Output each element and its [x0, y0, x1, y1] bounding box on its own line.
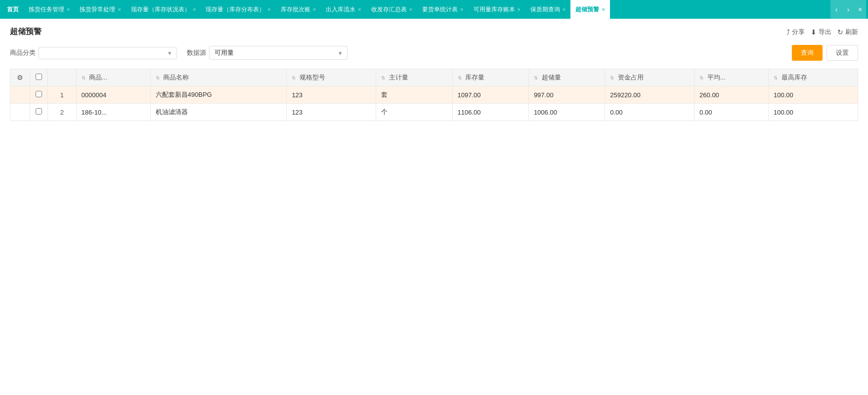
nav-tab-quality[interactable]: 保质期查询 × [525, 0, 570, 19]
row-product-code: 186-10... [76, 104, 150, 121]
page-header: 超储预警 ⤴ 分享 ⬇ 导出 ↻ 刷新 [10, 27, 858, 37]
column-unit[interactable]: ⇅ 主计量 [376, 69, 452, 86]
row-max-stock: 100.00 [769, 104, 858, 121]
page-content: 超储预警 ⤴ 分享 ⬇ 导出 ↻ 刷新 商品分类 ▾ 数据源 [0, 19, 868, 395]
nav-tab-inout-flow-label: 出入库流水 [326, 5, 355, 14]
sort-icon: ⇅ [156, 75, 160, 80]
row-overstock-qty: 1006.00 [528, 104, 605, 121]
nav-tab-home[interactable]: 首页 [2, 0, 24, 19]
close-icon[interactable]: × [118, 6, 121, 12]
row-settings-cell [10, 86, 30, 104]
close-icon[interactable]: × [460, 6, 463, 12]
column-spec[interactable]: ⇅ 规格型号 [287, 69, 376, 86]
chevron-down-icon: ▾ [339, 49, 342, 57]
refresh-button[interactable]: ↻ 刷新 [837, 28, 858, 37]
table-header: ⚙ ⇅ 商品... ⇅ 商品名称 ⇅ 规格型号 [10, 69, 858, 86]
gear-icon[interactable]: ⚙ [17, 74, 23, 81]
nav-next-button[interactable]: › [842, 0, 854, 19]
row-avg: 0.00 [694, 104, 769, 121]
column-product-code[interactable]: ⇅ 商品... [76, 69, 150, 86]
column-max-stock[interactable]: ⇅ 最高库存 [769, 69, 858, 86]
export-button[interactable]: ⬇ 导出 [811, 28, 831, 37]
nav-tab-inout-flow[interactable]: 出入库流水 × [321, 0, 366, 19]
nav-tab-avail-stock[interactable]: 可用量库存账本 × [469, 0, 525, 19]
filter-row: 商品分类 ▾ 数据源 可用量 ▾ 查询 设置 [10, 45, 858, 61]
row-spec: 123 [287, 86, 376, 104]
column-overstock-qty[interactable]: ⇅ 超储量 [528, 69, 605, 86]
share-button[interactable]: ⤴ 分享 [786, 28, 805, 37]
settings-button[interactable]: 设置 [826, 45, 858, 61]
close-icon[interactable]: × [358, 6, 361, 12]
query-button[interactable]: 查询 [792, 45, 823, 61]
page-title: 超储预警 [10, 27, 42, 37]
share-icon: ⤴ [786, 28, 790, 36]
row-capital-usage: 259220.00 [605, 86, 694, 104]
select-all-checkbox[interactable] [36, 74, 42, 80]
column-checkbox [30, 69, 48, 86]
sort-icon: ⇅ [534, 75, 538, 80]
nav-tab-abnormal-label: 拣货异常处理 [80, 5, 115, 14]
row-overstock-qty: 997.00 [528, 86, 605, 104]
column-capital-usage[interactable]: ⇅ 资金占用 [605, 69, 694, 86]
row-checkbox-cell[interactable] [30, 104, 48, 121]
nav-close-button[interactable]: × [854, 0, 866, 19]
column-spec-label: 规格型号 [300, 74, 325, 81]
filter-actions: 查询 设置 [792, 45, 858, 61]
row-checkbox-cell[interactable] [30, 86, 48, 104]
nav-tab-stock-status[interactable]: 现存量（库存状况表） × [126, 0, 201, 19]
column-product-name-label: 商品名称 [163, 74, 189, 81]
nav-tab-stock-batch[interactable]: 库存批次账 × [276, 0, 321, 19]
close-icon[interactable]: × [602, 6, 605, 12]
row-number: 1 [48, 86, 77, 104]
sort-icon: ⇅ [292, 75, 296, 80]
column-stock-qty-label: 库存量 [465, 74, 484, 81]
close-icon[interactable]: × [563, 6, 565, 12]
nav-tab-overstock[interactable]: 超储预警 × [570, 0, 609, 19]
nav-tab-task-mgmt-label: 拣货任务管理 [29, 5, 64, 14]
close-icon[interactable]: × [193, 6, 196, 12]
nav-tab-order-stat[interactable]: 要货单统计表 × [417, 0, 468, 19]
nav-tab-home-label: 首页 [7, 5, 19, 14]
row-checkbox[interactable] [36, 108, 42, 115]
column-row-num [48, 69, 77, 86]
nav-tab-stock-dist[interactable]: 现存量（库存分布表） × [201, 0, 275, 19]
column-product-code-label: 商品... [89, 74, 107, 81]
sort-icon: ⇅ [699, 75, 703, 80]
category-select[interactable]: ▾ [39, 47, 177, 59]
nav-tab-recv-send-label: 收发存汇总表 [371, 5, 407, 14]
nav-tab-abnormal[interactable]: 拣货异常处理 × [75, 0, 126, 19]
column-stock-qty[interactable]: ⇅ 库存量 [452, 69, 528, 86]
close-icon[interactable]: × [313, 6, 316, 12]
row-spec: 123 [287, 104, 376, 121]
column-settings: ⚙ [10, 69, 30, 86]
row-checkbox[interactable] [36, 91, 42, 97]
nav-arrows: ‹ › × [830, 0, 866, 19]
column-capital-usage-label: 资金占用 [618, 74, 644, 81]
table-row: 1 0000004 六配套新昌490BPG 123 套 1097.00 997.… [10, 86, 858, 104]
sort-icon: ⇅ [381, 75, 385, 80]
row-avg: 260.00 [694, 86, 769, 104]
column-max-stock-label: 最高库存 [781, 74, 807, 81]
datasource-filter-group: 数据源 可用量 ▾ [187, 46, 347, 60]
export-label: 导出 [819, 28, 831, 37]
nav-tab-order-stat-label: 要货单统计表 [422, 5, 458, 14]
column-overstock-qty-label: 超储量 [542, 74, 561, 81]
nav-tab-stock-dist-label: 现存量（库存分布表） [206, 5, 265, 14]
table-row: 2 186-10... 机油滤清器 123 个 1106.00 1006.00 … [10, 104, 858, 121]
close-icon[interactable]: × [267, 6, 270, 12]
close-icon[interactable]: × [67, 6, 70, 12]
export-icon: ⬇ [811, 28, 817, 36]
nav-tab-stock-status-label: 现存量（库存状况表） [131, 5, 190, 14]
close-icon[interactable]: × [518, 6, 521, 12]
column-avg[interactable]: ⇅ 平均... [694, 69, 769, 86]
sort-icon: ⇅ [610, 75, 614, 80]
datasource-value: 可用量 [215, 48, 234, 57]
nav-prev-button[interactable]: ‹ [830, 0, 842, 19]
top-navigation: 首页 拣货任务管理 × 拣货异常处理 × 现存量（库存状况表） × 现存量（库存… [0, 0, 868, 19]
nav-tab-recv-send[interactable]: 收发存汇总表 × [366, 0, 417, 19]
column-product-name[interactable]: ⇅ 商品名称 [150, 69, 287, 86]
datasource-select[interactable]: 可用量 ▾ [209, 46, 347, 60]
close-icon[interactable]: × [409, 6, 412, 12]
row-stock-qty: 1106.00 [452, 104, 528, 121]
nav-tab-task-mgmt[interactable]: 拣货任务管理 × [24, 0, 75, 19]
